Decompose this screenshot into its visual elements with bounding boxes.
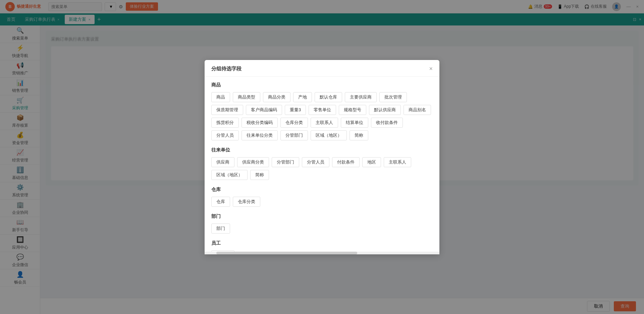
- field-tag[interactable]: 仓库分类: [233, 197, 260, 207]
- field-tag[interactable]: 往来单位分类: [241, 130, 278, 140]
- field-tag[interactable]: 供应商: [211, 157, 234, 167]
- modal-close-button[interactable]: ×: [429, 65, 433, 72]
- modal-overlay: 分组待选字段 × 商品 商品 商品类型 商品分类 产地 默认仓库 主要供应商 批…: [0, 0, 644, 314]
- field-tag[interactable]: 收付款条件: [371, 118, 403, 128]
- section-partner: 往来单位 供应商 供应商分类 分管部门 分管人员 付款条件 地区 主联系人 区域…: [211, 147, 433, 180]
- field-tag[interactable]: 仓库分类: [280, 118, 308, 128]
- field-tag[interactable]: 商品类型: [233, 92, 260, 102]
- field-tag[interactable]: 简称: [250, 170, 269, 180]
- field-tag[interactable]: 默认仓库: [315, 92, 342, 102]
- field-tag[interactable]: 税收分类编码: [241, 118, 278, 128]
- field-tag[interactable]: 默认供应商: [369, 105, 401, 115]
- field-tag[interactable]: 商品: [211, 92, 230, 102]
- section-department-tags: 部门: [211, 224, 433, 234]
- modal-dialog: 分组待选字段 × 商品 商品 商品类型 商品分类 产地 默认仓库 主要供应商 批…: [205, 60, 439, 254]
- field-tag[interactable]: 产地: [293, 92, 312, 102]
- section-product-title: 商品: [211, 82, 433, 88]
- field-tag[interactable]: 规格型号: [339, 105, 366, 115]
- modal-title: 分组待选字段: [211, 66, 241, 72]
- field-tag[interactable]: 主要供应商: [345, 92, 377, 102]
- field-tag[interactable]: 零售单位: [309, 105, 336, 115]
- section-employee-title: 员工: [211, 240, 433, 246]
- scrollbar-thumb: [216, 252, 357, 254]
- field-tag[interactable]: 分管部门: [272, 157, 299, 167]
- section-warehouse: 仓库 仓库 仓库分类: [211, 187, 433, 207]
- field-tag[interactable]: 商品别名: [404, 105, 431, 115]
- field-tag[interactable]: 主联系人: [311, 118, 338, 128]
- field-tag[interactable]: 区域（地区）: [311, 130, 347, 140]
- field-tag[interactable]: 拣货积分: [211, 118, 239, 128]
- modal-body: 商品 商品 商品类型 商品分类 产地 默认仓库 主要供应商 批次管理 保质期管理…: [205, 77, 439, 252]
- field-tag[interactable]: 部门: [211, 224, 230, 234]
- section-department-title: 部门: [211, 213, 433, 219]
- field-tag[interactable]: 分管部门: [280, 130, 308, 140]
- field-tag[interactable]: 商品分类: [263, 92, 290, 102]
- field-tag[interactable]: 供应商分类: [237, 157, 269, 167]
- section-warehouse-title: 仓库: [211, 187, 433, 193]
- field-tag[interactable]: 客户商品编码: [246, 105, 282, 115]
- field-tag[interactable]: 分管人员: [302, 157, 329, 167]
- field-tag[interactable]: 付款条件: [332, 157, 360, 167]
- section-product: 商品 商品 商品类型 商品分类 产地 默认仓库 主要供应商 批次管理 保质期管理…: [211, 82, 433, 140]
- field-tag[interactable]: 简称: [350, 130, 368, 140]
- field-tag[interactable]: 分管人员: [211, 130, 239, 140]
- section-product-tags: 商品 商品类型 商品分类 产地 默认仓库 主要供应商 批次管理 保质期管理 客户…: [211, 92, 433, 140]
- field-tag[interactable]: 保质期管理: [211, 105, 243, 115]
- field-tag[interactable]: 批次管理: [379, 92, 407, 102]
- field-tag[interactable]: 区域（地区）: [211, 170, 248, 180]
- field-tag[interactable]: 仓库: [211, 197, 230, 207]
- section-employee: 员工 业务员: [211, 240, 433, 252]
- section-partner-tags: 供应商 供应商分类 分管部门 分管人员 付款条件 地区 主联系人 区域（地区） …: [211, 157, 433, 180]
- field-tag[interactable]: 结算单位: [341, 118, 368, 128]
- field-tag[interactable]: 重量3: [285, 105, 306, 115]
- field-tag[interactable]: 主联系人: [384, 157, 411, 167]
- field-tag[interactable]: 地区: [362, 157, 381, 167]
- modal-horizontal-scrollbar[interactable]: [205, 252, 439, 254]
- section-department: 部门 部门: [211, 213, 433, 234]
- modal-header: 分组待选字段 ×: [205, 60, 439, 77]
- section-warehouse-tags: 仓库 仓库分类: [211, 197, 433, 207]
- section-partner-title: 往来单位: [211, 147, 433, 153]
